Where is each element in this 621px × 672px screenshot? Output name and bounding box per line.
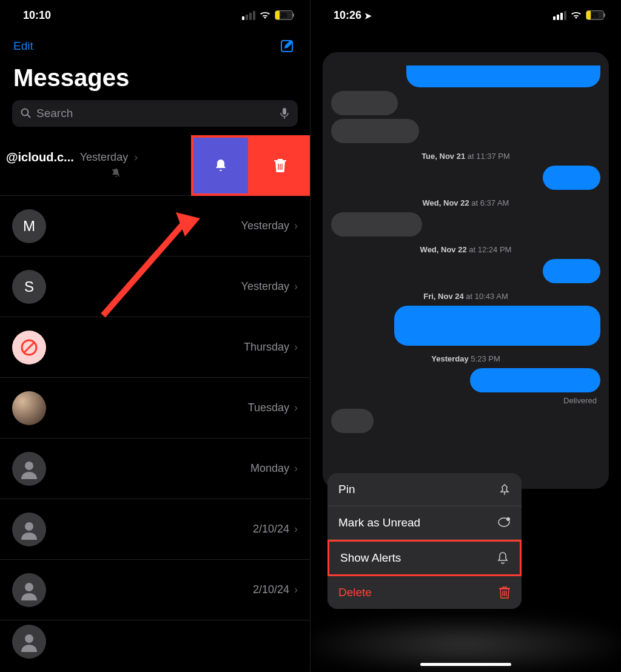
conversation-time: Thursday [244, 341, 289, 354]
location-arrow-icon: ➤ [364, 11, 372, 21]
svg-line-2 [27, 115, 30, 118]
status-indicators: 25 [553, 10, 604, 20]
compose-icon[interactable] [280, 38, 297, 55]
chevron-right-icon: › [134, 151, 138, 164]
chevron-right-icon: › [294, 462, 298, 475]
wifi-icon [570, 11, 582, 19]
conversation-time: Monday [250, 462, 289, 475]
nav-bar: Edit [0, 30, 310, 59]
swipe-actions [191, 135, 310, 196]
timestamp: Fri, Nov 24 at 10:43 AM [331, 292, 600, 301]
menu-item-mark-unread[interactable]: Mark as Unread [327, 506, 522, 540]
blocked-icon [19, 338, 39, 357]
search-icon [21, 108, 32, 119]
bell-icon [213, 158, 228, 173]
conversation-list: @icloud.c... Yesterday › M Yesterday› [0, 135, 310, 672]
conversation-row[interactable]: Monday› [0, 438, 310, 499]
microphone-icon[interactable] [280, 107, 289, 119]
svg-point-11 [25, 522, 33, 531]
conversation-info: @icloud.c... Yesterday › [6, 150, 138, 180]
sent-bubble[interactable] [406, 66, 600, 87]
conversation-time: Yesterday [241, 280, 289, 293]
avatar-memoji [12, 391, 46, 425]
page-title: Messages [0, 59, 310, 100]
svg-point-13 [25, 634, 33, 643]
conversation-time: 2/10/24 [253, 523, 289, 536]
sent-bubble[interactable] [394, 306, 600, 346]
status-time: 10:10 [23, 9, 51, 22]
bell-icon [497, 551, 509, 565]
received-bubble[interactable] [331, 119, 419, 143]
conversation-name: @icloud.c... [6, 150, 74, 164]
context-menu: Pin Mark as Unread Show Alerts Delete [327, 473, 522, 609]
received-bubble[interactable] [331, 409, 374, 433]
conversation-row[interactable]: 2/10/24› [0, 499, 310, 560]
cellular-signal-icon [553, 11, 566, 20]
avatar: S [12, 270, 46, 304]
battery-indicator: 25 [586, 10, 604, 20]
svg-point-12 [25, 583, 33, 591]
conversation-row-swiped[interactable]: @icloud.c... Yesterday › [0, 135, 310, 196]
avatar-generic [12, 573, 46, 607]
conversation-time: Tuesday [248, 402, 289, 414]
timestamp: Wed, Nov 22 at 12:24 PM [331, 245, 600, 254]
home-indicator[interactable] [420, 663, 511, 666]
status-bar: 10:26 ➤ 25 [310, 0, 621, 30]
chat-bubble-icon [497, 517, 511, 529]
svg-point-10 [25, 462, 33, 470]
avatar-generic [12, 512, 46, 546]
conversation-time: Yesterday [241, 220, 289, 232]
conversation-row[interactable]: 2/10/24› [0, 560, 310, 620]
trash-icon [498, 586, 511, 599]
chevron-right-icon: › [294, 523, 298, 536]
status-indicators: 26 [242, 10, 293, 20]
avatar-blocked [12, 331, 46, 365]
conversation-row[interactable]: S Yesterday› [0, 257, 310, 317]
conversation-row[interactable] [0, 620, 310, 672]
pin-icon [498, 483, 511, 496]
conversation-time: 2/10/24 [253, 583, 289, 596]
muted-bell-icon [111, 168, 121, 178]
status-bar: 10:10 26 [0, 0, 310, 30]
chevron-right-icon: › [294, 402, 298, 414]
chevron-right-icon: › [294, 220, 298, 232]
received-bubble[interactable] [331, 91, 398, 115]
conversation-row[interactable]: M Yesterday› [0, 196, 310, 257]
sent-bubble[interactable] [543, 166, 600, 190]
sent-bubble[interactable] [470, 368, 600, 392]
svg-point-1 [22, 109, 29, 116]
message-thread[interactable]: Tue, Nov 21 at 11:37 PM Wed, Nov 22 at 6… [323, 52, 609, 489]
chevron-right-icon: › [294, 583, 298, 596]
status-time: 10:26 ➤ [334, 9, 372, 22]
search-placeholder: Search [36, 107, 275, 120]
messages-list-screen: 10:10 26 Edit Messages Search @icloud.c.… [0, 0, 310, 672]
conversation-row[interactable]: Tuesday› [0, 378, 310, 438]
sent-bubble[interactable] [543, 259, 600, 283]
cellular-signal-icon [242, 11, 255, 20]
svg-rect-3 [283, 108, 286, 115]
timestamp: Tue, Nov 21 at 11:37 PM [331, 152, 600, 161]
avatar-generic [12, 452, 46, 486]
avatar: M [12, 209, 46, 243]
chevron-right-icon: › [294, 280, 298, 293]
svg-line-9 [24, 343, 34, 352]
chevron-right-icon: › [294, 341, 298, 354]
svg-point-17 [506, 517, 510, 521]
conversation-time: Yesterday [80, 151, 128, 164]
swipe-alerts-button[interactable] [191, 135, 250, 196]
trash-icon [273, 158, 287, 173]
wifi-icon [259, 11, 271, 19]
battery-indicator: 26 [275, 10, 293, 20]
search-input[interactable]: Search [12, 100, 298, 127]
avatar-generic [12, 625, 46, 659]
conversation-row[interactable]: Thursday› [0, 317, 310, 378]
delivered-label: Delivered [331, 396, 600, 405]
menu-item-show-alerts[interactable]: Show Alerts [327, 540, 522, 576]
swipe-delete-button[interactable] [250, 135, 310, 196]
timestamp: Yesterday 5:23 PM [331, 354, 600, 363]
menu-item-delete[interactable]: Delete [327, 576, 522, 609]
menu-item-pin[interactable]: Pin [327, 473, 522, 506]
edit-button[interactable]: Edit [13, 39, 33, 53]
timestamp: Wed, Nov 22 at 6:37 AM [331, 198, 600, 207]
received-bubble[interactable] [331, 212, 422, 237]
